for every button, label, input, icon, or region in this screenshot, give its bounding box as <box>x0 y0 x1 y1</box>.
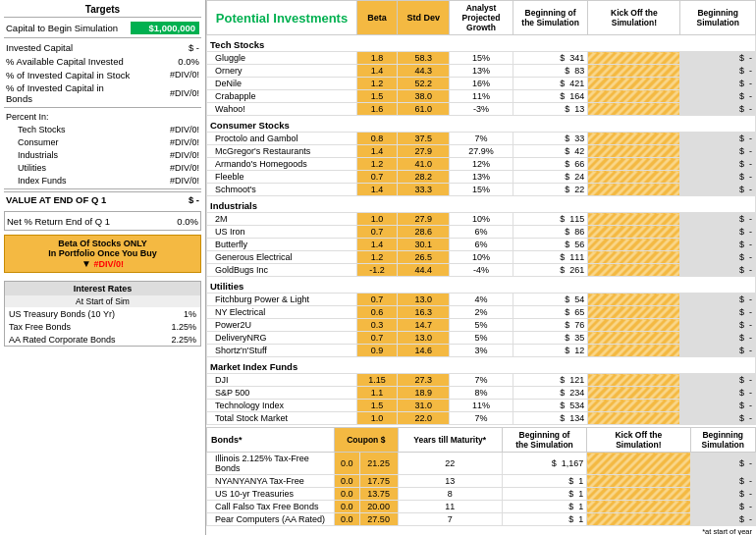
stock-kickoff[interactable] <box>588 251 680 264</box>
stock-begin: $ - <box>680 239 756 251</box>
bond-kickoff[interactable] <box>587 453 690 475</box>
stock-analyst: 4% <box>450 294 513 306</box>
stock-kickoff[interactable] <box>588 78 680 90</box>
stock-analyst: -3% <box>450 103 513 116</box>
stock-beta: 1.5 <box>356 90 397 103</box>
bond-kickoff[interactable] <box>587 513 690 526</box>
stock-begin: $ - <box>680 387 756 400</box>
section-header-row: Market Index Funds <box>207 357 756 374</box>
stock-beta: 1.4 <box>356 65 397 78</box>
stock-kickoff[interactable] <box>588 332 680 345</box>
th-name: Potential Investments <box>207 1 357 35</box>
bond-kickoff[interactable] <box>587 501 690 513</box>
stock-kickoff[interactable] <box>588 294 680 306</box>
stock-beta: 1.15 <box>356 374 397 387</box>
bond-coupon[interactable]: 0.0 <box>335 475 360 488</box>
bond-row: US 10-yr Treasuries 0.0 13.75 8 $ 1 $ - <box>207 488 756 501</box>
stock-kickoff[interactable] <box>588 345 680 357</box>
stock-bos: $ 86 <box>513 226 587 239</box>
stock-kickoff[interactable] <box>588 306 680 319</box>
bond-coupon[interactable]: 0.0 <box>335 488 360 501</box>
stock-kickoff[interactable] <box>588 184 680 196</box>
stock-begin: $ - <box>680 306 756 319</box>
stock-bos: $ 24 <box>513 171 587 184</box>
bond-row: NYANYANYA Tax-Free 0.0 17.75 13 $ 1 $ - <box>207 475 756 488</box>
stock-bos: $ 54 <box>513 294 587 306</box>
bond-years-maturity: 11 <box>398 501 502 513</box>
section-header-row: Utilities <box>207 277 756 294</box>
stock-kickoff[interactable] <box>588 158 680 171</box>
table-row: Generous Electrical 1.2 26.5 10% $ 111 $… <box>207 251 756 264</box>
percent-item: Industrials#DIV/0! <box>4 148 201 161</box>
beta-sublabel: In Portfolio Once You Buy <box>9 248 196 258</box>
bond-kickoff[interactable] <box>587 475 690 488</box>
stock-kickoff[interactable] <box>588 226 680 239</box>
section-name: Utilities <box>207 277 756 294</box>
stock-kickoff[interactable] <box>588 133 680 145</box>
percent-item-value: #DIV/0! <box>170 137 199 147</box>
table-row: Technology Index 1.5 31.0 11% $ 534 $ - <box>207 400 756 412</box>
stock-kickoff[interactable] <box>588 65 680 78</box>
stock-analyst: 13% <box>450 65 513 78</box>
stock-name: Armando's Homegoods <box>207 158 357 171</box>
pct-invested-value: 0.0% <box>131 56 199 67</box>
bond-coupon[interactable]: 0.0 <box>335 501 360 513</box>
bond-begin: $ - <box>690 488 756 501</box>
bond-bos: $ 1,167 <box>502 453 586 475</box>
stock-kickoff[interactable] <box>588 103 680 116</box>
stock-analyst: 6% <box>450 239 513 251</box>
stock-name: NY Electrical <box>207 306 357 319</box>
right-panel: Potential Investments Beta Std Dev Analy… <box>206 0 756 535</box>
stock-begin: $ - <box>680 226 756 239</box>
table-row: Gluggle 1.8 58.3 15% $ 341 $ - <box>207 52 756 65</box>
stock-kickoff[interactable] <box>588 52 680 65</box>
stock-begin: $ - <box>680 171 756 184</box>
bond-years-std: 21.25 <box>359 453 398 475</box>
stock-begin: $ - <box>680 251 756 264</box>
stock-bos: $ 13 <box>513 103 587 116</box>
stock-beta: 0.8 <box>356 133 397 145</box>
ir-label: Tax Free Bonds <box>9 322 71 332</box>
stock-std: 27.9 <box>398 145 450 158</box>
stock-name: Fitchburg Power & Light <box>207 294 357 306</box>
interest-rate-row: Tax Free Bonds1.25% <box>5 320 200 333</box>
stock-analyst: 6% <box>450 226 513 239</box>
stock-name: Power2U <box>207 319 357 332</box>
stock-kickoff[interactable] <box>588 145 680 158</box>
stock-kickoff[interactable] <box>588 387 680 400</box>
value-at-end-value: $ - <box>189 194 199 205</box>
stock-beta: 1.5 <box>356 400 397 412</box>
stock-name: McGregor's Restaurants <box>207 145 357 158</box>
stock-kickoff[interactable] <box>588 90 680 103</box>
bond-kickoff[interactable] <box>587 488 690 501</box>
stock-kickoff[interactable] <box>588 374 680 387</box>
percent-in-label: Percent In: <box>6 112 49 122</box>
stock-begin: $ - <box>680 345 756 357</box>
stock-kickoff[interactable] <box>588 400 680 412</box>
stock-bos: $ 22 <box>513 184 587 196</box>
bonds-begin-header: BeginningSimulation <box>690 428 756 453</box>
stock-kickoff[interactable] <box>588 239 680 251</box>
stock-kickoff[interactable] <box>588 264 680 277</box>
stock-kickoff[interactable] <box>588 412 680 425</box>
bond-begin: $ - <box>690 475 756 488</box>
stock-analyst: 15% <box>450 52 513 65</box>
stock-kickoff[interactable] <box>588 319 680 332</box>
bond-coupon[interactable]: 0.0 <box>335 513 360 526</box>
targets-header: Targets <box>4 4 201 18</box>
table-row: Fleeble 0.7 28.2 13% $ 24 $ - <box>207 171 756 184</box>
stock-bos: $ 534 <box>513 400 587 412</box>
bonds-coupon-header: Coupon $ <box>335 428 399 453</box>
stock-kickoff[interactable] <box>588 171 680 184</box>
stock-std: 38.0 <box>398 90 450 103</box>
percent-item: Consumer#DIV/0! <box>4 135 201 148</box>
stock-name: Shortz'n'Stuff <box>207 345 357 357</box>
stock-kickoff[interactable] <box>588 213 680 226</box>
stock-std: 37.5 <box>398 133 450 145</box>
stock-bos: $ 164 <box>513 90 587 103</box>
stock-beta: 0.7 <box>356 332 397 345</box>
stock-beta: 1.0 <box>356 213 397 226</box>
stock-begin: $ - <box>680 133 756 145</box>
table-row: Total Stock Market 1.0 22.0 7% $ 134 $ - <box>207 412 756 425</box>
bond-coupon[interactable]: 0.0 <box>335 453 360 475</box>
